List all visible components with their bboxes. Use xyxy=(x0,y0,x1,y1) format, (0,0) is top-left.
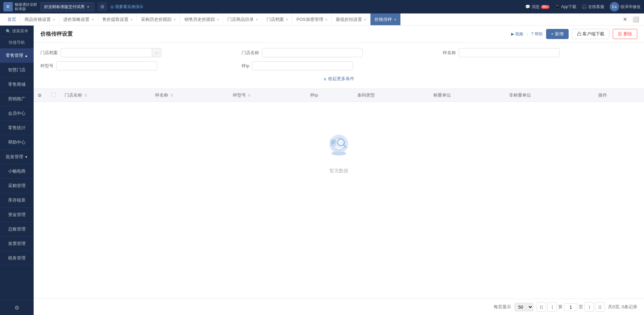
empty-icon xyxy=(322,129,356,163)
scale-name-input[interactable] xyxy=(459,48,560,57)
sidebar-item-wholesale[interactable]: 批发管理 ▼ xyxy=(0,150,34,164)
pagination-bar: 每页显示 10 20 50 100 ⟨⟨ ⟨ 算 1 页 ⟩ ⟩⟩ 共0页, 0… xyxy=(34,299,644,315)
sidebar-item-marketing[interactable]: 营销推广 xyxy=(0,92,34,106)
empty-text: 暂无数据 xyxy=(329,168,348,174)
sidebar-item-retail-stats[interactable]: 零售统计 xyxy=(0,121,34,135)
scale-model-label: 秤型号 xyxy=(40,63,53,69)
messages-button[interactable]: 💬 消息 99+ xyxy=(525,4,549,10)
col-settings[interactable]: ⚙ xyxy=(34,89,47,102)
select-all-checkbox[interactable] xyxy=(51,93,56,97)
sidebar-item-inventory[interactable]: 库存核算 xyxy=(0,193,34,208)
logo-text: 畅捷通好业财 标准版 xyxy=(15,2,37,11)
tab-price-setting[interactable]: 商品价格设置 × xyxy=(21,13,59,26)
filter-scale-ip: 秤ip xyxy=(242,61,436,70)
sidebar-item-ledger[interactable]: 总账管理 xyxy=(0,222,34,237)
page-header: 价格传秤设置 ▶ 视频 | ? 帮助 + 新增 凸 客户端下载 亩 删除 xyxy=(34,26,644,43)
store-name-label: 门店名称 xyxy=(242,50,259,56)
sort-icon-scale-model[interactable]: ⇅ xyxy=(248,93,251,97)
store-archive-input[interactable] xyxy=(61,48,152,57)
sidebar-item-finance[interactable]: 资金管理 xyxy=(0,208,34,222)
col-non-weight-unit: 非称重单位 xyxy=(505,89,594,102)
online-service-button[interactable]: 🎧 在线客服 xyxy=(582,4,604,10)
close-icon[interactable]: × xyxy=(364,18,366,22)
tab-sale-history[interactable]: 销售历史价跟踪 × xyxy=(180,13,223,26)
top-bar: 财 畅捷通好业财 标准版 好业财标准版交付试用 ▼ ⚙ ◎ 我要看实例演示 💬 … xyxy=(0,0,644,13)
sidebar-item-online-store[interactable]: 零售商城 xyxy=(0,77,34,92)
store-name-input[interactable] xyxy=(262,48,363,57)
close-all-tabs-button[interactable]: ✕ xyxy=(621,15,629,24)
topbar-settings-button[interactable]: ⚙ xyxy=(98,2,107,11)
help-link[interactable]: ? 帮助 xyxy=(531,31,543,37)
download-button[interactable]: 凸 客户端下载 xyxy=(572,29,610,39)
scale-ip-input[interactable] xyxy=(252,61,353,70)
tab-price-scale[interactable]: 价格传秤 × xyxy=(370,13,400,26)
store-archive-dots-button[interactable]: ··· xyxy=(152,48,161,57)
tab-home[interactable]: 首页 xyxy=(3,13,21,26)
maximize-button[interactable]: ⬜ xyxy=(631,15,641,24)
sidebar-quick-nav[interactable]: 快捷导航 xyxy=(0,37,34,48)
next-page-button[interactable]: ⟩ xyxy=(584,302,594,312)
tab-store-archive[interactable]: 门店档案 × xyxy=(262,13,292,26)
close-icon[interactable]: × xyxy=(286,18,288,22)
page-size-label: 每页显示 xyxy=(494,304,511,310)
close-icon[interactable]: × xyxy=(131,18,133,22)
close-icon[interactable]: × xyxy=(53,18,55,22)
sidebar-item-retail[interactable]: 零售管理 ▲ xyxy=(0,48,34,63)
close-icon[interactable]: × xyxy=(174,18,176,22)
first-page-button[interactable]: ⟨⟨ xyxy=(537,302,546,312)
version-selector[interactable]: 好业财标准版交付试用 ▼ xyxy=(40,2,94,11)
messages-badge: 99+ xyxy=(541,5,549,9)
sort-icon-store-name[interactable]: ⇅ xyxy=(84,93,87,97)
app-download-button[interactable]: 📱 App下载 xyxy=(555,4,576,10)
prev-page-button[interactable]: ⟨ xyxy=(547,302,557,312)
close-icon[interactable]: × xyxy=(92,18,94,22)
demo-link[interactable]: ◎ 我要看实例演示 xyxy=(110,4,143,10)
close-icon[interactable]: × xyxy=(217,18,219,22)
sidebar-item-member[interactable]: 会员中心 xyxy=(0,106,34,121)
empty-state: 暂无数据 xyxy=(34,102,644,201)
sidebar-item-help[interactable]: 帮助中心 xyxy=(0,135,34,150)
tab-purchase-strategy[interactable]: 进价策略设置 × xyxy=(59,13,98,26)
message-icon: 💬 xyxy=(525,4,530,9)
page-input[interactable]: 1 xyxy=(564,303,577,311)
search-icon: 🔍 xyxy=(6,29,11,34)
filter-store-archive: 门店档案 ··· xyxy=(40,48,235,57)
filter-store-name: 门店名称 xyxy=(242,48,436,57)
close-icon[interactable]: × xyxy=(325,18,327,22)
filter-row-1: 门店档案 ··· 门店名称 秤名称 xyxy=(40,48,637,57)
user-menu-button[interactable]: Ea 徐泽华修改 xyxy=(610,2,641,11)
col-weight-unit: 称重单位 xyxy=(429,89,505,102)
store-archive-label: 门店档案 xyxy=(40,50,58,56)
scale-model-input[interactable] xyxy=(56,61,157,70)
collapse-button[interactable]: ∧ 收起更多条件 xyxy=(40,74,637,83)
tab-purchase-history[interactable]: 采购历史价跟踪 × xyxy=(137,13,180,26)
sort-icon-scale-name[interactable]: ⇅ xyxy=(170,93,173,97)
tab-min-discount[interactable]: 最低折扣设置 × xyxy=(332,13,370,26)
filter-scale-model: 秤型号 xyxy=(40,61,235,70)
tab-pos-manage[interactable]: POS加密管理 × xyxy=(292,13,332,26)
delete-button[interactable]: 亩 删除 xyxy=(613,29,637,39)
sidebar-item-smart-store[interactable]: 智慧门店 xyxy=(0,63,34,77)
close-icon[interactable]: × xyxy=(256,18,258,22)
add-button[interactable]: + 新增 xyxy=(546,29,569,39)
sidebar-search[interactable]: 🔍 搜索菜单 xyxy=(0,26,34,37)
page-info: 共0页, 0条记录 xyxy=(608,304,637,310)
filter-area: 门店档案 ··· 门店名称 秤名称 秤型号 xyxy=(34,43,644,89)
sidebar-item-mini-ecom[interactable]: 小畅电商 xyxy=(0,164,34,179)
sidebar-item-tax[interactable]: 税务管理 xyxy=(0,251,34,266)
version-dropdown-arrow: ▼ xyxy=(86,5,90,9)
nav-tabs: 首页 商品价格设置 × 进价策略设置 × 售价提取设置 × 采购历史价跟踪 × … xyxy=(0,13,644,26)
video-link[interactable]: ▶ 视频 xyxy=(511,31,523,37)
table-head: ⚙ 门店名称 ⇅ 秤名称 ⇅ 秤型号 xyxy=(34,89,644,102)
table-container: ⚙ 门店名称 ⇅ 秤名称 ⇅ 秤型号 xyxy=(34,89,644,299)
page-size-select[interactable]: 10 20 50 100 xyxy=(514,303,533,311)
last-page-button[interactable]: ⟩⟩ xyxy=(595,302,605,312)
sidebar-item-invoice[interactable]: 发票管理 xyxy=(0,237,34,251)
sidebar-item-purchase[interactable]: 采购管理 xyxy=(0,179,34,193)
scale-name-label: 秤名称 xyxy=(443,50,456,56)
close-icon[interactable]: × xyxy=(394,18,396,22)
sidebar-settings-button[interactable]: ⚙ xyxy=(0,300,34,315)
tab-store-catalog[interactable]: 门店商品目录 × xyxy=(223,13,262,26)
tab-sale-price[interactable]: 售价提取设置 × xyxy=(98,13,137,26)
filter-scale-name: 秤名称 xyxy=(443,48,637,57)
